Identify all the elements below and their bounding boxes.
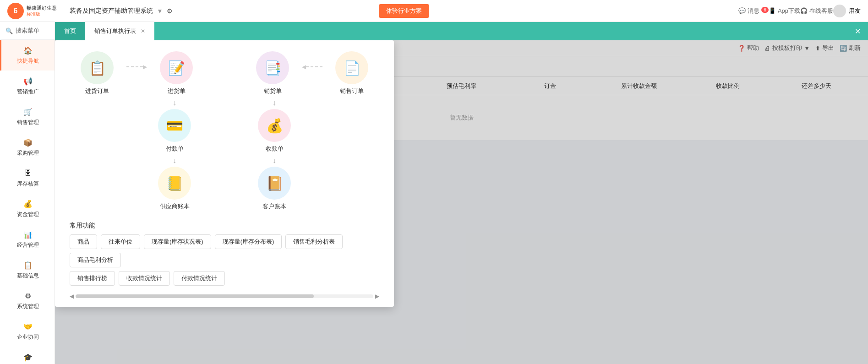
search-menu-button[interactable]: 🔍 搜索菜单 — [0, 22, 55, 40]
sidebar-item-sales[interactable]: 🛒 销售管理 — [0, 101, 55, 132]
arrow-right-1: ▶ — [125, 64, 149, 70]
sales-order-circle: 📄 — [335, 51, 368, 84]
message-button[interactable]: 💬 消息 6 — [738, 7, 769, 15]
sidebar-item-inventory[interactable]: 🗄 库存核算 — [0, 163, 55, 193]
home-icon: 🏠 — [23, 45, 33, 55]
payment-icon: 💳 — [166, 118, 183, 134]
arrow-down-receipt: ↓ — [273, 157, 276, 165]
logo-text: 畅康通好生意 标准版 — [27, 5, 57, 17]
func-btn-stock-dist[interactable]: 现存量(库存分布表) — [215, 234, 282, 249]
user-menu[interactable]: 用友 — [833, 5, 861, 17]
top-header: 6 畅康通好生意 标准版 装备及固定资产辅助管理系统 ▼ ⚙ 体验行业方案 💬 … — [0, 0, 868, 22]
basic-info-icon: 📋 — [23, 260, 33, 270]
flow-node-sales-order[interactable]: 📄 销售订单 — [324, 51, 379, 95]
flow-arrows-row-2: ↓ ↓ — [70, 157, 379, 165]
flow-node-supplier-ledger[interactable]: 📒 供应商账本 — [147, 167, 202, 211]
sidebar-item-system[interactable]: ⚙ 系统管理 — [0, 285, 55, 316]
system-icon: ⚙ — [23, 291, 33, 301]
logo-area: 6 畅康通好生意 标准版 — [7, 3, 62, 19]
sidebar-item-guide[interactable]: 🎓 新手引导 — [0, 347, 55, 364]
customer-ledger-circle: 📔 — [258, 167, 291, 200]
receipt-icon: 💰 — [266, 118, 283, 134]
scroll-left-arrow[interactable]: ◀ — [70, 293, 74, 299]
modal-box: 📋 进货订单 ▶ 📝 — [55, 40, 394, 307]
sidebar-item-basic-info[interactable]: 📋 基础信息 — [0, 255, 55, 285]
func-btn-counterpart[interactable]: 往来单位 — [101, 234, 140, 249]
flow-diagram: 📋 进货订单 ▶ 📝 — [55, 40, 394, 222]
logo-icon: 6 — [7, 3, 24, 19]
func-btn-payment-stats[interactable]: 付款情况统计 — [174, 271, 225, 286]
message-icon: 💬 — [738, 7, 746, 14]
func-btn-goods[interactable]: 商品 — [70, 234, 97, 249]
experience-button[interactable]: 体验行业方案 — [379, 4, 429, 18]
purchase-order-icon: 📋 — [89, 60, 106, 76]
arrow-down-purchase: ↓ — [173, 99, 176, 107]
enterprise-icon: 🤝 — [23, 321, 33, 331]
flow-node-receipt[interactable]: 💰 收款单 — [247, 109, 302, 153]
tab-home[interactable]: 首页 — [55, 22, 85, 40]
func-btn-goods-margin[interactable]: 商品毛利分析 — [70, 253, 121, 267]
arrow-down-payment: ↓ — [173, 157, 176, 165]
sales-slip-icon: 📑 — [264, 60, 281, 76]
payment-circle: 💳 — [158, 109, 191, 142]
flow-node-purchase-order[interactable]: 📋 进货订单 — [70, 51, 125, 95]
supplier-ledger-circle: 📒 — [158, 167, 191, 200]
supplier-ledger-icon: 📒 — [166, 175, 183, 191]
sales-icon: 🛒 — [23, 107, 33, 117]
tab-close-icon[interactable]: ✕ — [141, 28, 145, 34]
page-area: ❓ 帮助 🖨 按模板打印 ▼ ⬆ 导出 🔄 刷新 📅 单据状态 — [55, 40, 868, 364]
purchase-icon: 📦 — [23, 137, 33, 147]
download-icon: 📱 — [769, 7, 776, 14]
scroll-track[interactable] — [76, 294, 373, 298]
scroll-right-arrow[interactable]: ▶ — [375, 293, 379, 299]
receipt-circle: 💰 — [258, 109, 291, 142]
flow-row-2: 💳 付款单 💰 收款单 — [70, 109, 379, 153]
flow-node-customer-ledger[interactable]: 📔 客户账本 — [247, 167, 302, 211]
scroll-thumb — [76, 294, 314, 298]
online-service-button[interactable]: 🎧 在线客服 — [800, 7, 833, 15]
sidebar-item-operations[interactable]: 📊 经营管理 — [0, 224, 55, 255]
sidebar-item-marketing[interactable]: 📢 营销推广 — [0, 71, 55, 101]
arrow-left-1: ◀ — [300, 64, 324, 70]
flow-arrows-row: ↓ ↓ — [70, 99, 379, 107]
system-title: 装备及固定资产辅助管理系统 ▼ ⚙ — [70, 7, 379, 15]
tab-bar: 首页 销售订单执行表 ✕ ✕ — [55, 22, 868, 40]
func-btn-sales-rank[interactable]: 销售排行榜 — [70, 271, 115, 286]
func-btn-receipt-stats[interactable]: 收款情况统计 — [119, 271, 170, 286]
sidebar-item-purchase[interactable]: 📦 采购管理 — [0, 132, 55, 163]
settings-icon[interactable]: ⚙ — [167, 7, 173, 15]
main-content: 首页 销售订单执行表 ✕ ✕ ❓ 帮助 🖨 按模板打印 ▼ ⬆ 导出 — [55, 22, 868, 364]
sidebar-item-quick-nav[interactable]: 🏠 快捷导航 — [0, 40, 55, 71]
purchase-slip-circle: 📝 — [160, 51, 193, 84]
tab-sales-order[interactable]: 销售订单执行表 ✕ — [85, 22, 154, 40]
purchase-slip-icon: 📝 — [168, 60, 185, 76]
guide-icon: 🎓 — [23, 352, 33, 362]
flow-node-sales-slip[interactable]: 📑 销货单 — [245, 51, 300, 95]
func-btn-stock-status[interactable]: 现存量(库存状况表) — [144, 234, 211, 249]
func-btns-row-1: 商品 往来单位 现存量(库存状况表) 现存量(库存分布表) 销售毛利分析表 商品… — [70, 234, 379, 267]
service-icon: 🎧 — [800, 7, 808, 14]
sidebar-item-finance[interactable]: 💰 资金管理 — [0, 193, 55, 224]
app-download-button[interactable]: 📱 App下载 — [769, 7, 800, 15]
modal-overlay: 📋 进货订单 ▶ 📝 — [55, 40, 868, 364]
inventory-icon: 🗄 — [23, 168, 33, 178]
tab-bar-close-icon[interactable]: ✕ — [847, 27, 868, 36]
sales-slip-circle: 📑 — [256, 51, 289, 84]
sidebar-item-enterprise[interactable]: 🤝 企业协同 — [0, 316, 55, 347]
func-btns-row-2: 销售排行榜 收款情况统计 付款情况统计 — [70, 271, 379, 286]
flow-node-purchase-slip[interactable]: 📝 进货单 — [149, 51, 204, 95]
purchase-order-circle: 📋 — [81, 51, 114, 84]
search-icon: 🔍 — [5, 27, 13, 34]
customer-ledger-icon: 📔 — [266, 175, 283, 191]
sales-order-icon: 📄 — [344, 60, 360, 76]
sidebar: 🔍 搜索菜单 🏠 快捷导航 📢 营销推广 🛒 销售管理 📦 采购管理 🗄 库存核… — [0, 22, 55, 364]
finance-icon: 💰 — [23, 199, 33, 209]
modal-scrollbar: ◀ ▶ — [55, 289, 394, 299]
common-func-title: 常用功能 — [70, 222, 379, 230]
flow-row-1: 📋 进货订单 ▶ 📝 — [70, 51, 379, 95]
dropdown-icon[interactable]: ▼ — [157, 7, 163, 15]
flow-node-payment[interactable]: 💳 付款单 — [147, 109, 202, 153]
marketing-icon: 📢 — [23, 76, 33, 86]
func-btn-sales-margin[interactable]: 销售毛利分析表 — [285, 234, 343, 249]
operations-icon: 📊 — [23, 229, 33, 239]
